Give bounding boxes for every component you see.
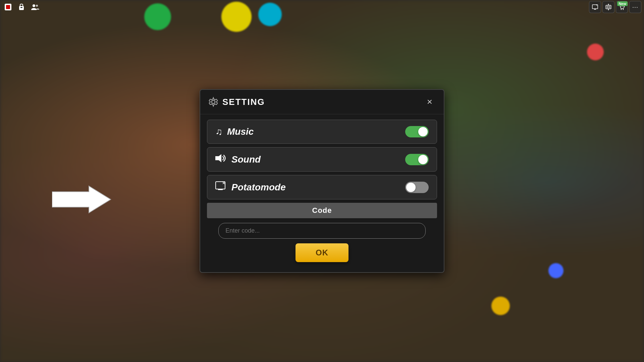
speaker-icon xyxy=(215,154,227,165)
potatomode-toggle-knob xyxy=(406,183,416,192)
music-label: ♫ Music xyxy=(215,126,254,137)
dialog-title: SETTING xyxy=(222,97,265,107)
dialog-body: ♫ Music Sound xyxy=(200,114,444,199)
monitor-edit-icon xyxy=(215,181,227,193)
music-icon: ♫ xyxy=(215,126,222,137)
svg-marker-16 xyxy=(215,154,221,162)
code-label: Code xyxy=(207,203,437,218)
settings-dialog: SETTING × ♫ Music xyxy=(200,89,444,273)
sound-toggle-knob xyxy=(418,155,428,164)
music-toggle-knob xyxy=(418,127,428,136)
gear-icon xyxy=(208,97,218,107)
sound-setting-row: Sound xyxy=(207,147,437,172)
ok-button[interactable]: OK xyxy=(296,243,348,262)
music-toggle[interactable] xyxy=(405,126,429,137)
dialog-header: SETTING × xyxy=(200,90,444,114)
sound-toggle[interactable] xyxy=(405,154,429,165)
dialog-title-area: SETTING xyxy=(208,97,265,107)
code-input-area: OK xyxy=(207,223,437,262)
potatomode-label: Potatomode xyxy=(215,181,286,193)
sound-label: Sound xyxy=(215,154,261,165)
close-button[interactable]: × xyxy=(424,96,436,108)
code-input-field[interactable] xyxy=(218,223,425,239)
code-section: Code OK xyxy=(207,203,437,262)
music-setting-row: ♫ Music xyxy=(207,120,437,144)
svg-point-15 xyxy=(212,100,215,104)
potatomode-toggle[interactable] xyxy=(405,182,429,193)
dialog-overlay: SETTING × ♫ Music xyxy=(0,0,644,362)
potatomode-setting-row: Potatomode xyxy=(207,175,437,199)
